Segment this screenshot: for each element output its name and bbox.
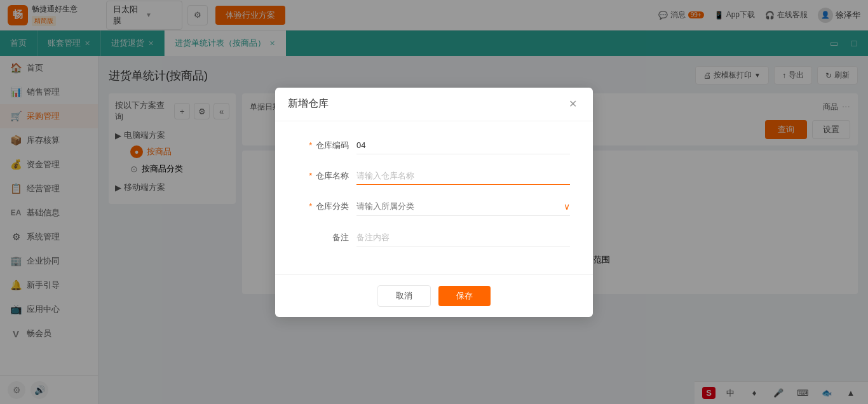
required-marker-name: *: [309, 171, 312, 180]
category-dropdown-arrow[interactable]: ∨: [564, 201, 570, 212]
category-label: * 仓库分类: [298, 201, 349, 212]
form-row-name: * 仓库名称: [298, 167, 570, 185]
form-row-note: 备注: [298, 229, 570, 246]
code-label-text: 仓库编码: [316, 140, 349, 150]
modal-title: 新增仓库: [288, 97, 329, 111]
modal-body: * 仓库编码 * 仓库名称 * 仓库分类: [275, 121, 593, 274]
code-label: * 仓库编码: [298, 140, 349, 151]
warehouse-name-input[interactable]: [356, 167, 570, 185]
save-button[interactable]: 保存: [438, 286, 491, 306]
category-label-text: 仓库分类: [316, 201, 349, 211]
name-label-text: 仓库名称: [316, 171, 349, 180]
modal-header: 新增仓库 ✕: [275, 88, 593, 121]
modal-overlay: 新增仓库 ✕ * 仓库编码 * 仓库名称: [0, 0, 868, 404]
name-label: * 仓库名称: [298, 170, 349, 182]
modal-footer: 取消 保存: [275, 274, 593, 317]
modal-close-button[interactable]: ✕: [565, 97, 580, 112]
category-select-row: ∨: [356, 198, 570, 216]
note-label: 备注: [298, 232, 349, 243]
cancel-button[interactable]: 取消: [377, 285, 431, 307]
warehouse-note-input[interactable]: [356, 229, 570, 246]
add-warehouse-modal: 新增仓库 ✕ * 仓库编码 * 仓库名称: [275, 88, 593, 317]
required-marker-category: *: [309, 201, 312, 211]
form-row-code: * 仓库编码: [298, 137, 570, 154]
warehouse-category-input[interactable]: [356, 201, 564, 211]
form-row-category: * 仓库分类 ∨: [298, 198, 570, 216]
required-marker-code: *: [309, 140, 312, 150]
note-label-text: 备注: [332, 232, 349, 242]
warehouse-code-input[interactable]: [356, 137, 570, 154]
